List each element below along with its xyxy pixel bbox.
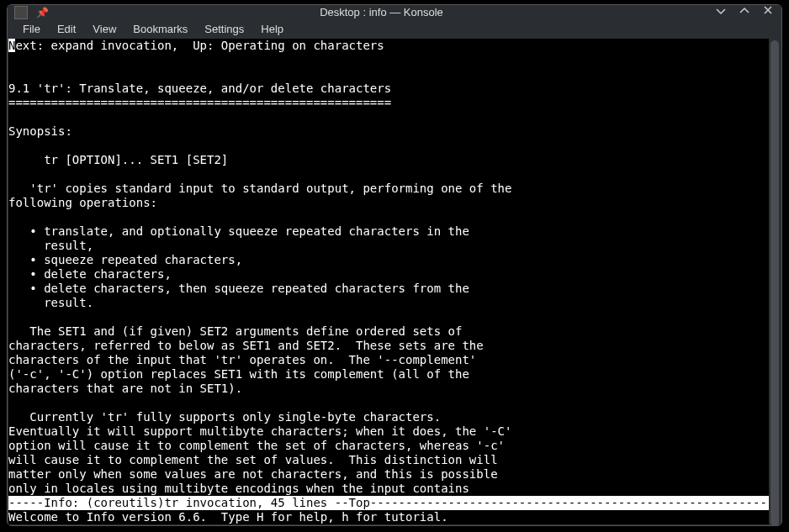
- terminal-area: Next: expand invocation, Up: Operating o…: [8, 39, 781, 524]
- maximize-button[interactable]: [738, 5, 751, 19]
- info-status-line: -----Info: (coreutils)tr invocation, 45 …: [8, 496, 769, 510]
- titlebar-left: 📌: [14, 6, 49, 19]
- menu-settings[interactable]: Settings: [196, 19, 252, 39]
- window-controls: [714, 5, 775, 19]
- menu-view[interactable]: View: [84, 19, 124, 39]
- app-icon: [14, 6, 28, 19]
- window-title: Desktop : info — Konsole: [49, 6, 714, 18]
- titlebar: 📌 Desktop : info — Konsole: [8, 5, 781, 19]
- terminal-content[interactable]: Next: expand invocation, Up: Operating o…: [8, 39, 769, 524]
- menubar: File Edit View Bookmarks Settings Help: [8, 19, 781, 39]
- close-button[interactable]: [761, 5, 775, 19]
- welcome-line: Welcome to Info version 6.6. Type H for …: [8, 510, 769, 524]
- scrollbar[interactable]: [769, 39, 781, 524]
- konsole-window: 📌 Desktop : info — Konsole File Edit Vie…: [7, 4, 782, 526]
- pin-icon[interactable]: 📌: [36, 7, 49, 18]
- menu-file[interactable]: File: [14, 19, 49, 39]
- menu-bookmarks[interactable]: Bookmarks: [124, 19, 196, 39]
- line-0-rest: ext: expand invocation, Up: Operating on…: [15, 39, 384, 52]
- scrollbar-thumb[interactable]: [770, 40, 779, 526]
- terminal-body-lines: 9.1 'tr': Translate, squeeze, and/or del…: [8, 82, 511, 495]
- minimize-button[interactable]: [714, 5, 728, 19]
- menu-help[interactable]: Help: [252, 19, 292, 39]
- menu-edit[interactable]: Edit: [49, 19, 84, 39]
